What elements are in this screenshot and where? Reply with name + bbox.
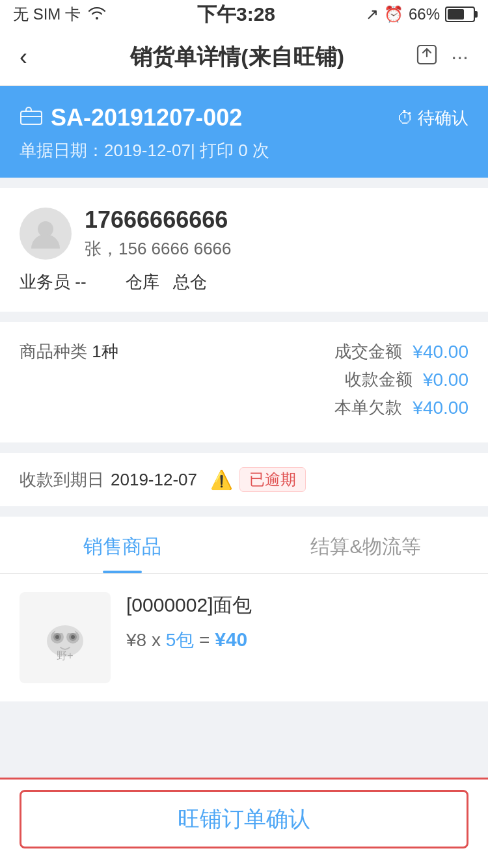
- svg-text:野+: 野+: [57, 650, 73, 660]
- customer-name: 张，156 6666 6666: [85, 237, 232, 260]
- alarm-icon: ⏰: [384, 5, 403, 23]
- page-title: 销货单详情(来自旺铺): [59, 42, 416, 72]
- summary-section: 商品种类 1种 成交金额 ¥40.00 收款金额 ¥0.00 本单欠款 ¥40.…: [0, 322, 488, 442]
- share-icon[interactable]: [416, 44, 438, 71]
- product-info: [0000002]面包 ¥8 x 5包 = ¥40: [126, 592, 468, 653]
- overdue-badge: 已逾期: [239, 467, 306, 492]
- wifi-icon: [87, 5, 107, 23]
- payment-label: 收款到期日: [20, 468, 104, 491]
- received-amount-row: 收款金额 ¥0.00: [334, 368, 468, 391]
- order-status: ⏱ 待确认: [397, 107, 468, 129]
- overdue-section: 收款到期日 2019-12-07 ⚠️ 已逾期: [0, 453, 488, 506]
- location-icon: ↗: [366, 5, 379, 23]
- overdue-icon: ⚠️: [210, 469, 233, 491]
- back-button[interactable]: ‹: [20, 44, 59, 71]
- svg-point-10: [71, 635, 75, 639]
- product-price: ¥8 x 5包 = ¥40: [126, 628, 468, 653]
- received-amount-value: ¥0.00: [423, 370, 468, 390]
- status-left: 无 SIM 卡: [13, 4, 107, 25]
- deal-amount-row: 成交金额 ¥40.00: [334, 340, 468, 363]
- more-icon[interactable]: ···: [451, 45, 468, 69]
- status-right: ↗ ⏰ 66%: [366, 5, 475, 23]
- status-bar: 无 SIM 卡 下午3:28 ↗ ⏰ 66%: [0, 0, 488, 29]
- nav-actions: ···: [416, 44, 468, 71]
- info-row: 业务员 -- 仓库 总仓: [20, 271, 468, 293]
- due-amount-value: ¥40.00: [413, 398, 468, 418]
- clock-icon: ⏱: [397, 108, 414, 128]
- bottom-bar: 旺铺订单确认: [0, 778, 488, 868]
- payment-date: 2019-12-07: [111, 470, 197, 490]
- due-amount-row: 本单欠款 ¥40.00: [334, 396, 468, 419]
- order-icon: [20, 104, 43, 131]
- customer-section: 17666666666 张，156 6666 6666 业务员 -- 仓库 总仓: [0, 188, 488, 312]
- product-thumbnail: 野+: [20, 592, 111, 683]
- amounts: 成交金额 ¥40.00 收款金额 ¥0.00 本单欠款 ¥40.00: [334, 340, 468, 424]
- deal-amount-value: ¥40.00: [413, 342, 468, 362]
- svg-point-9: [55, 635, 59, 639]
- svg-rect-1: [21, 111, 42, 124]
- order-date: 单据日期：2019-12-07| 打印 0 次: [20, 139, 468, 162]
- product-section: 野+ [0000002]面包 ¥8 x 5包 = ¥40: [0, 574, 488, 701]
- battery-text: 66%: [409, 5, 440, 23]
- tab-sales-products[interactable]: 销售商品: [0, 517, 244, 573]
- customer-info: 17666666666 张，156 6666 6666: [85, 206, 232, 260]
- customer-row: 17666666666 张，156 6666 6666: [20, 206, 468, 260]
- carrier-text: 无 SIM 卡: [13, 4, 81, 25]
- tab-settlement[interactable]: 结算&物流等: [244, 517, 488, 573]
- product-kind: 商品种类 1种: [20, 340, 118, 363]
- summary-row: 商品种类 1种 成交金额 ¥40.00 收款金额 ¥0.00 本单欠款 ¥40.…: [20, 340, 468, 424]
- salesperson-item: 业务员 --: [20, 271, 87, 293]
- status-time: 下午3:28: [197, 1, 275, 28]
- order-header: SA-20191207-002 ⏱ 待确认 单据日期：2019-12-07| 打…: [0, 86, 488, 178]
- nav-bar: ‹ 销货单详情(来自旺铺) ···: [0, 29, 488, 86]
- tabs-bar: 销售商品 结算&物流等: [0, 517, 488, 574]
- warehouse-item: 仓库 总仓: [126, 271, 208, 293]
- order-id: SA-20191207-002: [20, 104, 242, 131]
- customer-phone: 17666666666: [85, 206, 232, 234]
- confirm-order-button[interactable]: 旺铺订单确认: [20, 790, 468, 848]
- product-row: 野+ [0000002]面包 ¥8 x 5包 = ¥40: [20, 592, 468, 683]
- battery-icon: [445, 7, 475, 22]
- product-name: [0000002]面包: [126, 592, 468, 619]
- avatar: [20, 208, 72, 260]
